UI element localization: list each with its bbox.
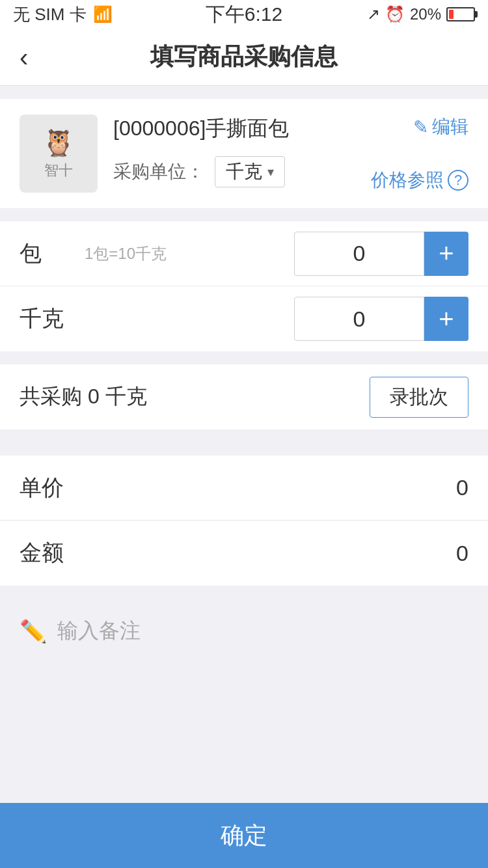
status-right: ↗ ⏰ 20% — [367, 5, 475, 23]
input-section: 包 1包=10千克 0 + 千克 0 + — [0, 221, 488, 351]
status-time: 下午6:12 — [206, 1, 282, 28]
location-icon: ↗ — [367, 5, 380, 23]
product-thumb-owl-icon: 🦉 — [42, 128, 75, 158]
edit-icon: ✎ — [413, 116, 428, 138]
product-thumb-label: 智十 — [44, 161, 73, 180]
pencil-icon: ✏️ — [20, 618, 47, 644]
nav-bar: ‹ 填写商品采购信息 — [0, 29, 488, 86]
battery-percent: 20% — [410, 5, 441, 23]
pack-field-wrap: 0 + — [294, 232, 468, 276]
unit-price-value: 0 — [456, 475, 468, 500]
price-ref-button[interactable]: 价格参照 ? — [371, 168, 468, 193]
batch-button[interactable]: 录批次 — [370, 377, 468, 418]
battery-fill — [449, 10, 454, 19]
pack-input-row: 包 1包=10千克 0 + — [0, 221, 488, 286]
status-left: 无 SIM 卡 📶 — [13, 3, 113, 26]
unit-label: 采购单位： — [113, 159, 204, 184]
kg-field-wrap: 0 + — [294, 297, 468, 341]
price-section: 单价 0 金额 0 — [0, 455, 488, 586]
pack-label: 包 — [20, 239, 72, 269]
edit-button[interactable]: ✎ 编辑 — [413, 115, 468, 139]
summary-text: 共采购 0 千克 — [20, 383, 147, 411]
remark-section[interactable]: ✏️ 输入备注 — [0, 599, 488, 664]
page-title: 填写商品采购信息 — [150, 41, 338, 73]
unit-dropdown[interactable]: 千克 ▾ — [215, 156, 285, 187]
amount-row: 金额 0 — [0, 521, 488, 586]
battery-icon — [446, 7, 475, 21]
product-thumbnail: 🦉 智十 — [20, 115, 98, 193]
product-card: 🦉 智十 [0000006]手撕面包 采购单位： 千克 ▾ ✎ 编辑 价格参照 … — [0, 99, 488, 208]
amount-label: 金额 — [20, 538, 64, 568]
pack-sublabel: 1包=10千克 — [85, 243, 281, 264]
alarm-icon: ⏰ — [385, 5, 405, 23]
confirm-button[interactable]: 确定 — [0, 803, 488, 868]
wifi-icon: 📶 — [93, 5, 113, 23]
unit-value: 千克 — [226, 159, 262, 184]
kg-plus-button[interactable]: + — [424, 297, 468, 341]
amount-value: 0 — [456, 541, 468, 566]
kg-input[interactable]: 0 — [294, 297, 424, 341]
section-divider-2 — [0, 429, 488, 442]
summary-row: 共采购 0 千克 录批次 — [0, 364, 488, 429]
remark-input[interactable]: 输入备注 — [57, 617, 141, 645]
unit-price-row: 单价 0 — [0, 455, 488, 521]
edit-label: 编辑 — [432, 115, 468, 139]
kg-label: 千克 — [20, 304, 72, 334]
unit-price-label: 单价 — [20, 473, 64, 503]
no-sim-label: 无 SIM 卡 — [13, 3, 87, 26]
help-circle-icon: ? — [448, 170, 468, 191]
section-divider-1 — [0, 208, 488, 221]
pack-plus-button[interactable]: + — [424, 232, 468, 276]
kg-input-row: 千克 0 + — [0, 286, 488, 351]
back-button[interactable]: ‹ — [20, 38, 34, 77]
pack-input[interactable]: 0 — [294, 232, 424, 276]
price-ref-label: 价格参照 — [371, 168, 444, 193]
status-bar: 无 SIM 卡 📶 下午6:12 ↗ ⏰ 20% — [0, 0, 488, 29]
dropdown-arrow-icon: ▾ — [267, 164, 274, 180]
